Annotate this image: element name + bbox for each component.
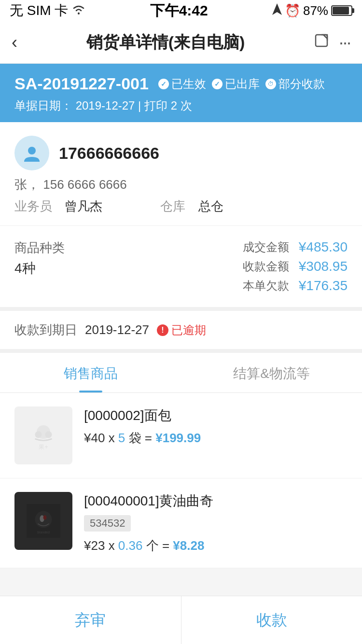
product-name-1: [0000002]面包	[84, 406, 348, 425]
wifi-icon	[72, 3, 85, 18]
salesman-info: 业务员 曾凡杰	[14, 198, 102, 215]
amount-value-2: ¥308.95	[299, 259, 348, 274]
badge-effective: ✓ 已生效	[158, 76, 206, 92]
product-item: branded [000400001]黄油曲奇 534532 ¥23 x 0.3…	[0, 478, 362, 568]
page-title: 销货单详情(来自电脑)	[86, 31, 245, 54]
bottom-bar: 弃审 收款	[0, 596, 362, 644]
product-price-row-1: ¥40 x 5 袋 = ¥199.99	[84, 430, 348, 447]
svg-point-0	[78, 13, 80, 14]
svg-point-2	[28, 147, 36, 154]
product-type-label: 商品种类	[14, 239, 65, 256]
product-info-1: [0000002]面包 ¥40 x 5 袋 = ¥199.99	[84, 406, 348, 447]
svg-text:果+: 果+	[39, 444, 48, 450]
amount-value-1: ¥485.30	[299, 239, 348, 255]
stats-section: 商品种类 4种 成交金额 ¥485.30 收款金额 ¥308.95 本单欠款 ¥…	[0, 226, 362, 311]
status-bar: 无 SIM 卡 下午4:42 ⏰ 87%	[0, 0, 362, 21]
carrier-text: 无 SIM 卡	[10, 1, 68, 20]
customer-section: 17666666666 张， 156 6666 6666 业务员 曾凡杰 仓库 …	[0, 122, 362, 226]
product-type-count: 4种	[14, 259, 65, 278]
product-total-2: ¥8.28	[173, 538, 204, 553]
header-banner: SA-20191227-001 ✓ 已生效 ✓ 已出库 ⏱ 部分收款 单据日期：…	[0, 64, 362, 122]
overdue-text: 已逾期	[171, 322, 206, 338]
badges: ✓ 已生效 ✓ 已出库 ⏱ 部分收款	[158, 76, 325, 92]
product-name-2: [000400001]黄油曲奇	[84, 492, 348, 510]
product-qty-1: 5	[118, 431, 125, 445]
amount-row-3: 本单欠款 ¥176.35	[243, 278, 348, 294]
product-qty-2: 0.36	[118, 538, 143, 553]
alarm-icon: ⏰	[285, 3, 300, 18]
battery-percent: 87%	[303, 3, 328, 18]
banner-top: SA-20191227-001 ✓ 已生效 ✓ 已出库 ⏱ 部分收款	[14, 74, 348, 93]
customer-meta: 业务员 曾凡杰 仓库 总仓	[14, 198, 348, 215]
stats-right: 成交金额 ¥485.30 收款金额 ¥308.95 本单欠款 ¥176.35	[243, 239, 348, 294]
amount-label-2: 收款金额	[243, 259, 289, 274]
amount-row-2: 收款金额 ¥308.95	[243, 259, 348, 274]
more-icon[interactable]: ···	[339, 32, 350, 53]
amount-label-1: 成交金额	[243, 239, 289, 255]
due-date: 2019-12-27	[85, 322, 149, 337]
stats-left: 商品种类 4种	[14, 239, 65, 278]
warehouse-info: 仓库 总仓	[160, 198, 223, 215]
svg-point-5	[45, 431, 52, 438]
nav-actions: ···	[314, 32, 350, 53]
due-section: 收款到期日 2019-12-27 ! 已逾期	[0, 311, 362, 353]
nav-bar: ‹ 销货单详情(来自电脑) ···	[0, 21, 362, 64]
svg-point-10	[43, 515, 46, 519]
product-item: 果+ [0000002]面包 ¥40 x 5 袋 = ¥199.99	[0, 393, 362, 478]
customer-detail: 张， 156 6666 6666	[14, 176, 348, 193]
amount-row-1: 成交金额 ¥485.30	[243, 239, 348, 255]
banner-sub: 单据日期： 2019-12-27 | 打印 2 次	[14, 98, 348, 113]
collect-button[interactable]: 收款	[181, 596, 362, 644]
clock-icon: ⏱	[265, 79, 276, 89]
tab-settlement[interactable]: 结算&物流等	[181, 353, 362, 392]
product-sku-badge: 534532	[84, 515, 131, 532]
location-icon	[272, 3, 282, 18]
check-icon-1: ✓	[158, 79, 169, 89]
customer-row: 17666666666	[14, 136, 348, 170]
product-price-row-2: ¥23 x 0.36 个 = ¥8.28	[84, 537, 348, 554]
stats-row: 商品种类 4种 成交金额 ¥485.30 收款金额 ¥308.95 本单欠款 ¥…	[14, 239, 348, 294]
due-label: 收款到期日	[14, 322, 77, 338]
product-total-1: ¥199.99	[155, 431, 201, 445]
status-right: ⏰ 87%	[272, 3, 352, 18]
svg-text:branded: branded	[37, 531, 50, 534]
products-section: 果+ [0000002]面包 ¥40 x 5 袋 = ¥199.99	[0, 393, 362, 568]
product-thumbnail-1: 果+	[14, 406, 72, 464]
back-button[interactable]: ‹	[12, 32, 17, 53]
amount-value-3: ¥176.35	[299, 278, 348, 294]
avatar	[14, 136, 49, 170]
order-id: SA-20191227-001	[14, 74, 149, 93]
badge-shipped: ✓ 已出库	[212, 76, 260, 92]
product-thumbnail-2: branded	[14, 492, 72, 550]
amount-label-3: 本单欠款	[243, 278, 289, 294]
product-info-2: [000400001]黄油曲奇 534532 ¥23 x 0.36 个 = ¥8…	[84, 492, 348, 554]
tab-sales-products[interactable]: 销售商品	[0, 353, 181, 392]
overdue-badge: ! 已逾期	[157, 322, 206, 338]
cancel-button[interactable]: 弃审	[0, 596, 181, 644]
tabs-row: 销售商品 结算&物流等	[0, 353, 362, 392]
customer-phone: 17666666666	[59, 144, 159, 163]
svg-point-4	[35, 431, 42, 438]
badge-partial: ⏱ 部分收款	[265, 76, 325, 92]
tabs-section: 销售商品 结算&物流等	[0, 353, 362, 393]
check-icon-2: ✓	[212, 79, 223, 89]
battery-icon	[331, 5, 352, 16]
status-time: 下午4:42	[150, 1, 208, 21]
status-left: 无 SIM 卡	[10, 1, 85, 20]
overdue-icon: !	[157, 324, 168, 336]
share-icon[interactable]	[314, 33, 329, 52]
